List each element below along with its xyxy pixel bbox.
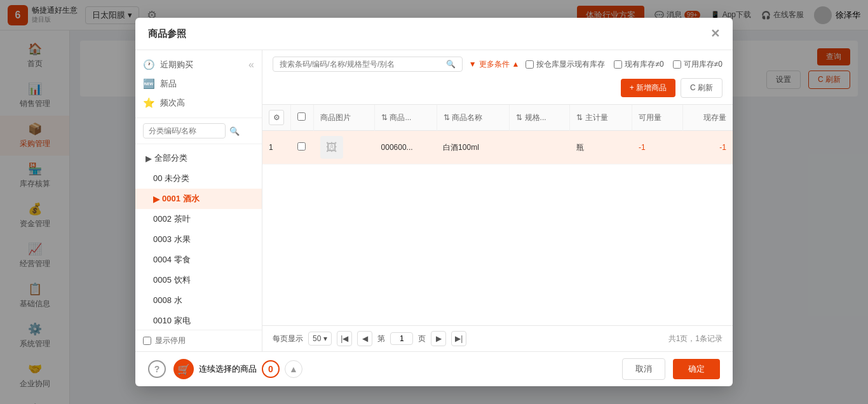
cat-water[interactable]: 0008 水 — [135, 290, 262, 311]
new-icon: 🆕 — [143, 78, 155, 90]
search-icon2[interactable]: 🔍 — [446, 60, 456, 69]
th-checkbox — [291, 105, 314, 131]
th-spec[interactable]: ⇅ 规格... — [510, 105, 570, 131]
checkbox-warehouse-input[interactable] — [526, 60, 534, 69]
refresh-product-btn[interactable]: C 刷新 — [681, 78, 722, 98]
cat-all[interactable]: ▶ 全部分类 — [135, 148, 262, 168]
help-btn[interactable]: ? — [148, 360, 166, 378]
modal-close-btn[interactable]: ✕ — [710, 27, 720, 41]
page-size-select[interactable]: 50 ▾ — [308, 332, 332, 346]
table-row[interactable]: 1 🖼 000600... 白酒100ml 瓶 — [262, 131, 733, 165]
row-unit: 瓶 — [570, 131, 632, 165]
table-header: ⚙ 商品图片 ⇅ 商品... — [262, 105, 733, 131]
modal-header: 商品参照 ✕ — [135, 18, 733, 50]
product-data-table: ⚙ 商品图片 ⇅ 商品... — [262, 105, 733, 165]
product-search-box: 🔍 — [273, 57, 463, 72]
cat-snacks[interactable]: 0004 零食 — [135, 250, 262, 270]
checkbox-stock-nonzero[interactable]: 现有库存≠0 — [614, 59, 663, 70]
cat-drinks[interactable]: 0005 饮料 — [135, 270, 262, 290]
checkbox-available-nonzero[interactable]: 可用库存≠0 — [673, 59, 722, 70]
th-available: 可用量 — [632, 105, 682, 131]
filter-recent[interactable]: 🕐 近期购买 « — [143, 55, 254, 74]
pagination-bar: 每页显示 50 ▾ |◀ ◀ 第 页 ▶ ▶| 共1页，1条记录 — [262, 325, 733, 351]
product-modal: 商品参照 ✕ 🕐 近期购买 « 🆕 新品 ⭐ — [135, 18, 733, 386]
cat-unclassified[interactable]: 00 未分类 — [135, 168, 262, 189]
cat-arrow-icon: ▶ — [146, 154, 152, 163]
display-disabled-checkbox[interactable] — [143, 337, 151, 345]
cart-icon: 🛒 — [173, 359, 194, 379]
modal-footer: ? 🛒 连续选择的商品 0 ▲ 取消 确定 — [135, 351, 733, 386]
modal-overlay: 商品参照 ✕ 🕐 近期购买 « 🆕 新品 ⭐ — [0, 0, 868, 404]
filter-frequent[interactable]: ⭐ 频次高 — [143, 93, 254, 112]
checkbox-stock-input[interactable] — [614, 60, 622, 69]
category-search-input[interactable] — [143, 123, 226, 138]
th-settings: ⚙ — [262, 105, 291, 131]
row-name: 白酒100ml — [437, 131, 510, 165]
th-name[interactable]: ⇅ 商品名称 — [437, 105, 510, 131]
row-code: 000600... — [375, 131, 437, 165]
add-product-btn[interactable]: + 新增商品 — [621, 79, 675, 97]
confirm-btn[interactable]: 确定 — [673, 359, 720, 379]
first-page-btn[interactable]: |◀ — [337, 331, 352, 346]
page-number-input[interactable] — [390, 332, 413, 345]
page-size-chevron: ▾ — [323, 334, 327, 343]
last-page-btn[interactable]: ▶| — [451, 331, 466, 346]
category-search: 🔍 — [135, 118, 262, 144]
next-page-btn[interactable]: ▶ — [431, 331, 446, 346]
th-stock: 现存量 — [682, 105, 733, 131]
search-icon[interactable]: 🔍 — [229, 126, 240, 136]
product-table: ⚙ 商品图片 ⇅ 商品... — [262, 105, 733, 325]
modal-body: 🕐 近期购买 « 🆕 新品 ⭐ 频次高 🔍 — [135, 50, 733, 351]
product-search-input[interactable] — [280, 60, 442, 69]
checkbox-available-input[interactable] — [673, 60, 681, 69]
cat-tea[interactable]: 0002 茶叶 — [135, 209, 262, 229]
quick-filters: 🕐 近期购买 « 🆕 新品 ⭐ 频次高 — [135, 50, 262, 118]
filter-icon: ▼ — [469, 60, 477, 69]
cancel-btn[interactable]: 取消 — [622, 358, 665, 380]
toolbar-actions: + 新增商品 C 刷新 — [621, 78, 722, 98]
row-num: 1 — [262, 131, 291, 165]
th-code[interactable]: ⇅ 商品... — [375, 105, 437, 131]
column-settings-btn[interactable]: ⚙ — [269, 110, 284, 125]
category-panel: 🕐 近期购买 « 🆕 新品 ⭐ 频次高 🔍 — [135, 50, 262, 351]
page-info: 共1页，1条记录 — [668, 333, 722, 344]
th-unit[interactable]: ⇅ 主计量 — [570, 105, 632, 131]
filter-checkboxes: 按仓库显示现有库存 现有库存≠0 可用库存≠0 — [526, 59, 722, 70]
cat-appliances[interactable]: 0010 家电 — [135, 311, 262, 330]
cart-count: 0 — [262, 360, 280, 378]
filter-new[interactable]: 🆕 新品 — [143, 74, 254, 93]
select-all-checkbox[interactable] — [297, 112, 306, 121]
collapse-cart-btn[interactable]: ▲ — [285, 360, 302, 378]
product-thumbnail: 🖼 — [320, 136, 343, 159]
display-disabled-section: 显示停用 — [135, 330, 262, 351]
row-image: 🖼 — [314, 131, 375, 165]
row-spec — [510, 131, 570, 165]
table-body: 1 🖼 000600... 白酒100ml 瓶 — [262, 131, 733, 165]
more-filter-btn[interactable]: ▼ 更多条件 ▲ — [469, 59, 520, 70]
row-select-checkbox[interactable] — [297, 142, 306, 151]
cat-active-arrow: ▶ — [153, 194, 159, 204]
product-toolbar: 🔍 ▼ 更多条件 ▲ 按仓库显示现有库存 现 — [262, 50, 733, 105]
row-checkbox — [291, 131, 314, 165]
sort-icon: ⇅ — [381, 113, 388, 122]
checkbox-warehouse[interactable]: 按仓库显示现有库存 — [526, 59, 605, 70]
collapse-icon-recent[interactable]: « — [248, 59, 254, 71]
cat-fruit[interactable]: 0003 水果 — [135, 229, 262, 250]
row-stock: -1 — [682, 131, 733, 165]
cat-wine[interactable]: ▶ 0001 酒水 — [135, 189, 262, 209]
sort-icon2: ⇅ — [444, 113, 450, 122]
chevron-up-icon: ▲ — [512, 60, 520, 69]
row-available: -1 — [632, 131, 682, 165]
sort-icon4: ⇅ — [576, 113, 583, 122]
prev-page-btn[interactable]: ◀ — [357, 331, 372, 346]
category-list: ▶ 全部分类 00 未分类 ▶ 0001 酒水 0002 茶叶 0003 水果 — [135, 144, 262, 330]
modal-title: 商品参照 — [148, 28, 186, 40]
star-icon: ⭐ — [143, 97, 155, 109]
clock-icon: 🕐 — [143, 59, 155, 71]
product-panel: 🔍 ▼ 更多条件 ▲ 按仓库显示现有库存 现 — [262, 50, 733, 351]
cart-area: 🛒 连续选择的商品 0 ▲ — [173, 359, 614, 379]
sort-icon3: ⇅ — [516, 113, 522, 122]
th-image: 商品图片 — [314, 105, 375, 131]
